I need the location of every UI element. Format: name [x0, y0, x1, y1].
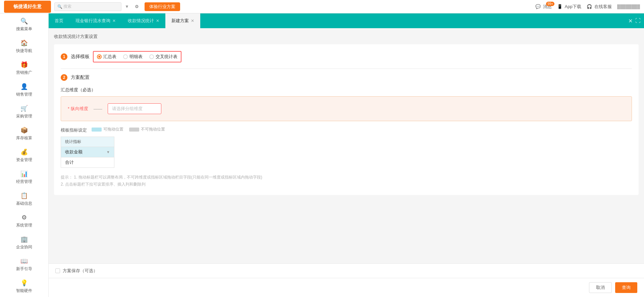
sidebar-item-inventory[interactable]: 📦 库存核算: [0, 122, 48, 144]
user-display: ████████: [617, 4, 640, 9]
sidebar-item-sales[interactable]: 👤 销售管理: [0, 79, 48, 101]
step2-badge: 2: [61, 74, 67, 81]
metric-total-row: 合计: [61, 157, 114, 167]
trial-btn[interactable]: 体验行业方案: [145, 2, 180, 11]
sales-icon: 👤: [20, 83, 28, 90]
sidebar-item-label: 资金管理: [16, 157, 32, 163]
tab-maximize-icon[interactable]: ⛶: [635, 18, 641, 24]
sidebar-item-label: 企业协同: [16, 244, 32, 250]
sidebar-item-label: 基础信息: [16, 201, 32, 206]
sidebar-item-enterprise-coop[interactable]: 🏢 企业协同: [0, 232, 48, 253]
total-label: 合计: [65, 160, 74, 165]
tab-bank-flow[interactable]: 现金银行流水查询 ✕: [69, 13, 122, 28]
marketing-icon: 🎁: [20, 61, 28, 68]
service-icon: 🎧: [587, 4, 592, 9]
new-plan-tab-label: 新建方案: [171, 18, 189, 24]
search-icon: 🔍: [57, 4, 62, 9]
sidebar-item-quick-nav[interactable]: 🏠 快捷导航: [0, 35, 48, 57]
sidebar-item-label: 搜索菜单: [16, 26, 32, 32]
radio-summary-label: 汇总表: [103, 54, 116, 60]
logo-text: 畅捷通好生意: [13, 4, 42, 10]
header: 畅捷通好生意 🔍 搜索 ▼ ⚙ 体验行业方案 💬 99+ 消息 📱 App下载 …: [0, 0, 644, 13]
header-right: 💬 99+ 消息 📱 App下载 🎧 在线客服 ████████: [535, 4, 640, 10]
tab-bar-right: ✕ ⛶: [628, 18, 644, 24]
sidebar-item-label: 快捷导航: [16, 48, 32, 54]
summary-dim-section: 汇总维度（必选） * 纵向维度 —— 请选择分组维度: [61, 87, 632, 121]
sidebar-item-label: 智能硬件: [16, 288, 32, 294]
radio-cross[interactable]: 交叉统计表: [149, 54, 177, 60]
messages-badge: 99+: [546, 2, 554, 6]
sidebar-item-smart-hw[interactable]: 💡 智能硬件: [0, 275, 48, 297]
operation-icon: 📊: [20, 170, 28, 178]
tip-2: 2. 点击标题栏下拉可设置排序、插入列和删除列: [61, 181, 632, 188]
sidebar-item-label: 新手引导: [16, 266, 32, 272]
query-button[interactable]: 查询: [615, 282, 637, 293]
sidebar-item-operation[interactable]: 📊 经营管理: [0, 166, 48, 188]
step2-row: 2 方案配置: [61, 74, 632, 81]
sidebar-item-marketing[interactable]: 🎁 营销推广: [0, 57, 48, 79]
basic-info-icon: 📋: [20, 192, 28, 199]
tab-new-plan[interactable]: 新建方案 ✕: [165, 13, 200, 28]
save-checkbox[interactable]: [55, 268, 60, 273]
tab-bar: 首页 现金银行流水查询 ✕ 收款情况统计 ✕ 新建方案 ✕ ✕ ⛶: [49, 13, 644, 28]
sidebar-item-beginner[interactable]: 📖 新手引导: [0, 253, 48, 275]
header-dropdown-icon[interactable]: ▼: [125, 4, 129, 9]
tab-home[interactable]: 首页: [49, 13, 69, 28]
dim-title: 汇总维度（必选）: [61, 87, 632, 93]
bottom-save-area: 方案保存（可选）: [49, 263, 644, 278]
main-card: 1 选择模板 汇总表 明细表: [54, 44, 639, 195]
dim-dropdown-placeholder: 请选择分组维度: [112, 106, 143, 111]
enterprise-coop-icon: 🏢: [20, 236, 28, 243]
chevron-down-icon[interactable]: ▼: [106, 150, 110, 154]
search-bar[interactable]: 🔍 搜索: [54, 2, 121, 11]
vertical-dim-label: * 纵向维度: [68, 106, 88, 112]
footer-actions: 取消 查询: [49, 278, 644, 297]
dim-row: * 纵向维度 —— 请选择分组维度: [68, 103, 625, 114]
cancel-button[interactable]: 取消: [589, 282, 612, 293]
app-download-btn[interactable]: 📱 App下载: [557, 4, 581, 10]
non-draggable-dot: [129, 128, 139, 132]
sidebar-item-purchase[interactable]: 🛒 采购管理: [0, 101, 48, 122]
settings-icon[interactable]: ⚙: [132, 2, 141, 11]
main-layout: 🔍 搜索菜单 🏠 快捷导航 🎁 营销推广 👤 销售管理 🛒 采购管理 📦 库存核…: [0, 13, 644, 297]
radio-cross-label: 交叉统计表: [156, 54, 177, 60]
sidebar-item-finance[interactable]: 💰 资金管理: [0, 144, 48, 166]
sidebar-item-system[interactable]: ⚙ 系统管理: [0, 210, 48, 232]
sidebar-item-label: 采购管理: [16, 113, 32, 119]
sidebar-item-label: 销售管理: [16, 92, 32, 97]
breadcrumb: 收款情况统计方案设置: [54, 34, 639, 40]
sidebar-item-label: 系统管理: [16, 222, 32, 228]
metric-table-area: 统计指标 收款金额 ▼ 合计: [61, 137, 114, 168]
dim-dropdown[interactable]: 请选择分组维度: [108, 103, 161, 114]
tip-1: 提示： 1. 拖动标题栏可以调整布局，不可跨维度或指标区域拖动栏目字段(只能在同…: [61, 174, 632, 181]
radio-detail-circle: [123, 54, 128, 59]
new-plan-tab-close[interactable]: ✕: [191, 18, 194, 23]
sidebar-item-search-menu[interactable]: 🔍 搜索菜单: [0, 13, 48, 35]
radio-detail[interactable]: 明细表: [123, 54, 143, 60]
metric-column-row[interactable]: 收款金额 ▼: [61, 147, 114, 157]
step1-badge: 1: [61, 53, 67, 60]
draggable-legend: 可拖动位置 不可拖动位置: [92, 127, 165, 132]
collection-stats-tab-close[interactable]: ✕: [156, 18, 159, 23]
metric-section: 模板指标设定 可拖动位置 不可拖动位置 统计指标: [61, 127, 632, 168]
inventory-icon: 📦: [20, 127, 28, 134]
template-selection-box: 汇总表 明细表 交叉统计表: [93, 51, 181, 62]
sidebar: 🔍 搜索菜单 🏠 快捷导航 🎁 营销推广 👤 销售管理 🛒 采购管理 📦 库存核…: [0, 13, 49, 297]
collection-stats-tab-label: 收款情况统计: [128, 18, 154, 24]
metric-col-label: 收款金额: [65, 149, 83, 155]
sidebar-item-basic-info[interactable]: 📋 基础信息: [0, 188, 48, 210]
radio-detail-label: 明细表: [129, 54, 143, 60]
tab-collection-stats[interactable]: 收款情况统计 ✕: [122, 13, 165, 28]
search-placeholder: 搜索: [63, 4, 71, 9]
radio-summary-circle: [97, 54, 102, 59]
online-service-btn[interactable]: 🎧 在线客服: [587, 4, 612, 10]
radio-summary[interactable]: 汇总表: [97, 54, 116, 60]
bank-flow-tab-close[interactable]: ✕: [112, 18, 116, 23]
home-tab-label: 首页: [55, 18, 63, 24]
tab-close-all-icon[interactable]: ✕: [628, 18, 633, 24]
orange-area: * 纵向维度 —— 请选择分组维度: [61, 96, 632, 121]
messages-btn[interactable]: 💬 99+ 消息: [535, 4, 552, 10]
sidebar-item-label: 经营管理: [16, 179, 32, 185]
content-area: 首页 现金银行流水查询 ✕ 收款情况统计 ✕ 新建方案 ✕ ✕ ⛶ 收款情况统计…: [49, 13, 644, 297]
logo: 畅捷通好生意: [4, 1, 51, 13]
